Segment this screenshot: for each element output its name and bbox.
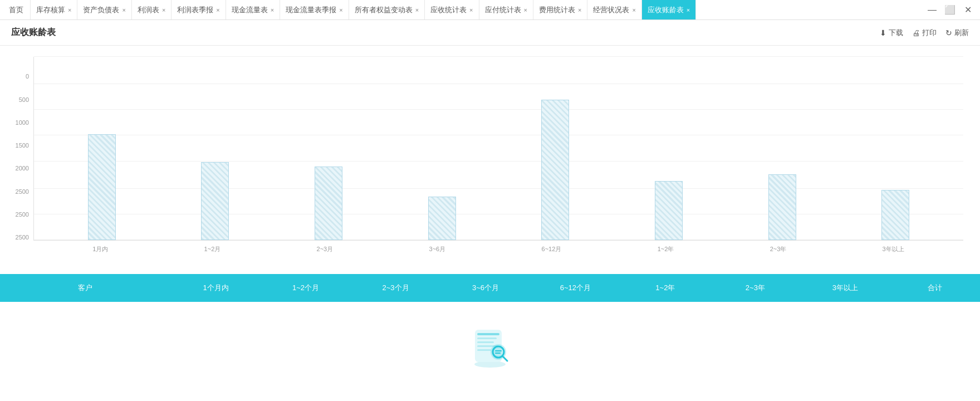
tab-inventory-label: 库存核算 — [36, 5, 65, 15]
download-button[interactable]: ⬇ 下载 — [880, 28, 903, 38]
chart-container: 2500250025002000150010005000 1月内1~2月2~3月… — [6, 57, 963, 257]
y-axis-label: 2000 — [16, 149, 29, 172]
window-maximize-button[interactable]: ⬜ — [942, 2, 958, 18]
y-axis-label: 0 — [26, 57, 29, 80]
download-label: 下载 — [889, 28, 903, 38]
tab-inventory-close[interactable]: × — [68, 7, 71, 13]
tab-ar-aging-close[interactable]: × — [687, 7, 690, 13]
window-close-button[interactable]: ✕ — [960, 2, 976, 18]
empty-state — [0, 302, 980, 385]
table-header-cell: 2~3年 — [710, 283, 800, 293]
tab-cashflow-quarterly-label: 现金流量表季报 — [286, 5, 336, 15]
tab-operations[interactable]: 经营状况表 × — [587, 0, 641, 20]
page-header: 应收账龄表 ⬇ 下载 🖨 打印 ↻ 刷新 — [0, 20, 980, 46]
tab-cashflow[interactable]: 现金流量表 × — [226, 0, 280, 20]
table-header-cell: 1~2个月 — [261, 283, 350, 293]
table-header-cell: 3年以上 — [800, 283, 890, 293]
y-axis-label: 2500 — [16, 195, 29, 218]
tab-ar-stats-close[interactable]: × — [469, 7, 473, 13]
table-header-cell: 6~12个月 — [531, 283, 620, 293]
chart-bar — [428, 197, 456, 240]
svg-rect-2 — [477, 333, 499, 335]
tab-balance-label: 资产负债表 — [83, 5, 119, 15]
chart-bar — [655, 181, 683, 240]
refresh-button[interactable]: ↻ 刷新 — [945, 28, 969, 38]
tab-balance-close[interactable]: × — [122, 7, 125, 13]
tab-profit-label: 利润表 — [138, 5, 159, 15]
chart-bar — [88, 134, 116, 240]
x-axis-label: 1~2月 — [204, 245, 221, 253]
y-axis-label: 500 — [19, 80, 29, 102]
page-actions: ⬇ 下载 🖨 打印 ↻ 刷新 — [880, 28, 969, 38]
chart-bar — [541, 100, 569, 240]
tab-ap-stats[interactable]: 应付统计表 × — [479, 0, 533, 20]
tab-operations-label: 经营状况表 — [593, 5, 629, 15]
x-labels: 1月内1~2月2~3月3~6月6~12月1~2年2~3年3年以上 — [33, 241, 963, 257]
tab-ar-aging-label: 应收账龄表 — [648, 5, 684, 15]
chart-bar — [881, 190, 909, 240]
table-header-cell: 1~2年 — [620, 283, 710, 293]
download-icon: ⬇ — [880, 28, 886, 37]
tab-expense-stats[interactable]: 费用统计表 × — [533, 0, 587, 20]
chart-section: 2500250025002000150010005000 1月内1~2月2~3月… — [0, 46, 980, 274]
tab-expense-stats-label: 费用统计表 — [539, 5, 575, 15]
x-axis-label: 3年以上 — [883, 245, 904, 253]
print-button[interactable]: 🖨 打印 — [912, 28, 937, 38]
chart-plot — [33, 57, 963, 241]
table-header-cell: 2~3个月 — [351, 283, 440, 293]
chart-bar — [768, 174, 796, 240]
table-header-cell: 合计 — [890, 283, 980, 293]
table-header-cell: 3~6个月 — [440, 283, 530, 293]
tab-cashflow-quarterly-close[interactable]: × — [339, 7, 342, 13]
tab-home[interactable]: 首页 — [2, 0, 31, 20]
tab-profit-quarterly-label: 利润表季报 — [177, 5, 213, 15]
tab-cashflow-close[interactable]: × — [271, 7, 274, 13]
refresh-icon: ↻ — [945, 28, 952, 37]
tab-profit-quarterly-close[interactable]: × — [216, 7, 219, 13]
x-axis-label: 2~3月 — [317, 245, 334, 253]
svg-line-9 — [503, 356, 507, 361]
window-minimize-button[interactable]: — — [924, 2, 940, 18]
page-title: 应收账龄表 — [11, 27, 56, 38]
tab-ar-aging[interactable]: 应收账龄表 × — [642, 0, 696, 20]
chart-y-axis: 2500250025002000150010005000 — [6, 57, 33, 241]
y-axis-label: 2500 — [16, 218, 29, 241]
bars-area — [34, 57, 963, 240]
print-icon: 🖨 — [912, 28, 920, 37]
tab-home-label: 首页 — [9, 5, 23, 15]
tab-ap-stats-close[interactable]: × — [524, 7, 527, 13]
x-axis-label: 1月内 — [92, 245, 108, 253]
refresh-label: 刷新 — [954, 28, 969, 38]
tab-equity-label: 所有者权益变动表 — [355, 5, 413, 15]
table-header: 客户1个月内1~2个月2~3个月3~6个月6~12个月1~2年2~3年3年以上合… — [0, 274, 980, 302]
tab-profit-close[interactable]: × — [162, 7, 165, 13]
tab-expense-stats-close[interactable]: × — [578, 7, 581, 13]
bar-group — [541, 100, 569, 240]
table-header-cell: 客户 — [0, 283, 171, 293]
bar-group — [88, 134, 116, 240]
tab-ar-stats[interactable]: 应收统计表 × — [425, 0, 479, 20]
x-axis-label: 2~3年 — [770, 245, 787, 253]
tab-equity-close[interactable]: × — [415, 7, 419, 13]
tab-operations-close[interactable]: × — [632, 7, 635, 13]
print-label: 打印 — [922, 28, 937, 38]
content-area: 2500250025002000150010005000 1月内1~2月2~3月… — [0, 46, 980, 401]
y-axis-label: 1000 — [16, 103, 29, 126]
tab-ar-stats-label: 应收统计表 — [430, 5, 467, 15]
x-axis-label: 1~2年 — [658, 245, 674, 253]
tab-cashflow-quarterly[interactable]: 现金流量表季报 × — [280, 0, 349, 20]
tab-inventory[interactable]: 库存核算 × — [31, 0, 77, 20]
chart-bar — [315, 167, 342, 240]
tab-profit-quarterly[interactable]: 利润表季报 × — [171, 0, 226, 20]
y-axis-label: 2500 — [16, 172, 29, 194]
tab-bar-controls: — ⬜ ✕ — [924, 2, 978, 18]
tab-equity[interactable]: 所有者权益变动表 × — [349, 0, 425, 20]
bar-group — [315, 167, 342, 240]
svg-rect-4 — [477, 341, 494, 343]
tab-profit[interactable]: 利润表 × — [132, 0, 171, 20]
tab-balance[interactable]: 资产负债表 × — [77, 0, 131, 20]
chart-bar — [201, 162, 229, 240]
table-header-cell: 1个月内 — [171, 283, 261, 293]
tab-bar: 首页 库存核算 × 资产负债表 × 利润表 × 利润表季报 × 现金流量表 × … — [0, 0, 980, 20]
bar-group — [201, 162, 229, 240]
